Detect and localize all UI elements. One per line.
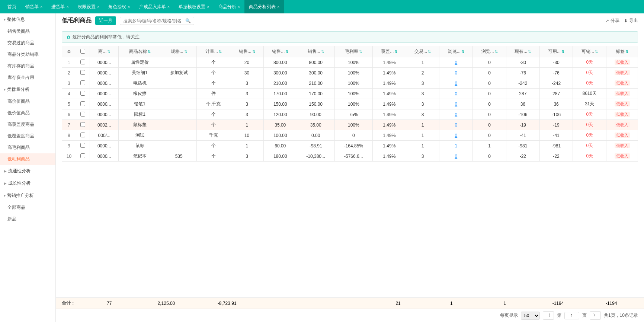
sidebar-item-high-value[interactable]: 高价值商品 [0, 96, 55, 107]
nav-close-permissions[interactable]: × [97, 4, 99, 9]
cell-view1[interactable]: 0 [439, 78, 473, 89]
col-code[interactable]: 商...⇅ [90, 46, 119, 57]
nav-home[interactable]: 首页 [3, 0, 21, 13]
time-filter-button[interactable]: 近一月 [95, 16, 116, 25]
col-settings[interactable]: ⚙ [62, 46, 76, 57]
cell-available: -242 [539, 78, 573, 89]
cell-unit: 个 [197, 57, 230, 68]
row-checkbox[interactable] [80, 112, 85, 117]
col-sale-profit[interactable]: 销售...⇅ [297, 46, 334, 57]
row-checkbox[interactable] [80, 122, 85, 127]
nav-product-analysis-list[interactable]: 商品分析列表 × [244, 0, 284, 13]
col-view2[interactable]: 浏览...⇅ [473, 46, 506, 57]
cell-checkbox[interactable] [76, 99, 90, 109]
nav-close-sales[interactable]: × [40, 4, 42, 9]
cell-checkbox[interactable] [76, 89, 90, 99]
cell-view1[interactable]: 0 [439, 57, 473, 68]
sidebar-group-marketing[interactable]: ▾ 营销推广分析 [0, 189, 55, 202]
nav-template-settings[interactable]: 单据模板设置 × [174, 0, 214, 13]
nav-permissions[interactable]: 权限设置 × [73, 0, 104, 13]
sidebar-item-stock-capital[interactable]: 库存资金占用 [0, 72, 55, 83]
row-checkbox[interactable] [80, 143, 85, 148]
sidebar-item-high-coverage[interactable]: 高覆盖度商品 [0, 119, 55, 130]
row-checkbox[interactable] [80, 153, 85, 158]
col-trade[interactable]: 交易...⇅ [406, 46, 439, 57]
nav-product-analysis[interactable]: 商品分析 × [214, 0, 244, 13]
nav-purchase-order[interactable]: 进货单 × [47, 0, 73, 13]
footer-trade: 21 [387, 301, 409, 306]
cell-view1[interactable]: 0 [439, 109, 473, 120]
cell-checkbox[interactable] [76, 78, 90, 89]
cell-checkbox[interactable] [76, 68, 90, 78]
next-page-button[interactable]: 〉 [590, 311, 601, 320]
sidebar-item-in-stock[interactable]: 有库存的商品 [0, 60, 55, 72]
col-view1[interactable]: 浏览...⇅ [439, 46, 473, 57]
sidebar-group-cluster[interactable]: ▾ 类群量分析 [0, 83, 55, 96]
col-checkbox[interactable] [76, 46, 90, 57]
sidebar-item-low-coverage[interactable]: 低覆盖度商品 [0, 130, 55, 142]
sidebar-item-sales-products[interactable]: 销售类商品 [0, 26, 55, 37]
col-sale-amount[interactable]: 销售...⇅ [263, 46, 297, 57]
share-button[interactable]: ↗ 分享 [605, 17, 619, 24]
nav-close-role[interactable]: × [128, 4, 130, 9]
cell-sale-profit: 35.00 [297, 120, 334, 130]
col-spec[interactable]: 规格...⇅ [161, 46, 197, 57]
cell-checkbox[interactable] [76, 141, 90, 151]
sidebar-item-low-margin[interactable]: 低毛利商品 [0, 153, 55, 165]
sidebar-item-all-products[interactable]: 全部商品 [0, 202, 55, 213]
cell-view1[interactable]: 0 [439, 68, 473, 78]
page-size-select[interactable]: 50 100 200 [521, 312, 540, 320]
col-unit[interactable]: 计量...⇅ [197, 46, 230, 57]
sidebar-item-new-products[interactable]: 新品 [0, 213, 55, 225]
nav-close-product[interactable]: × [167, 4, 170, 9]
notice-banner: ✿ 这部分商品的利润非常低，请关注 [62, 31, 638, 43]
cell-view1[interactable]: 0 [439, 89, 473, 99]
cell-checkbox[interactable] [76, 151, 90, 162]
cell-view1[interactable]: 0 [439, 99, 473, 109]
prev-page-button[interactable]: 〈 [543, 311, 554, 320]
tag-label: 低收入 [615, 112, 630, 117]
row-checkbox[interactable] [80, 101, 85, 106]
search-input[interactable] [123, 18, 183, 23]
row-checkbox[interactable] [80, 60, 85, 64]
sidebar-item-high-margin[interactable]: 高毛利商品 [0, 142, 55, 153]
nav-close-analysis-list[interactable]: × [277, 4, 279, 9]
tag-label: 低收入 [615, 153, 630, 159]
cell-checkbox[interactable] [76, 120, 90, 130]
cell-checkbox[interactable] [76, 130, 90, 141]
page-number-input[interactable] [564, 312, 579, 319]
cell-view1[interactable]: 0 [439, 151, 473, 162]
row-checkbox[interactable] [80, 70, 85, 75]
col-available[interactable]: 可用...⇅ [539, 46, 573, 57]
search-icon[interactable]: 🔍 [185, 18, 191, 23]
sidebar-group-overview[interactable]: ▾ 整体信息 [0, 13, 55, 26]
nav-close-template[interactable]: × [207, 4, 209, 9]
col-sale-qty[interactable]: 销售...⇅ [230, 46, 264, 57]
col-current-stock[interactable]: 现有...⇅ [506, 46, 539, 57]
col-gross-margin[interactable]: 毛利率⇅ [334, 46, 372, 57]
select-all-checkbox[interactable] [80, 49, 85, 54]
sidebar-group-circulation[interactable]: ▶ 流通性分析 [0, 165, 55, 177]
cell-view1[interactable]: 0 [439, 120, 473, 130]
sidebar-item-low-value[interactable]: 低价值商品 [0, 107, 55, 119]
col-tag[interactable]: 标签⇅ [606, 46, 638, 57]
sidebar-item-category-assist[interactable]: 商品分类助销率 [0, 49, 55, 60]
col-coverage[interactable]: 覆盖...⇅ [372, 46, 406, 57]
col-saleable[interactable]: 可销...⇅ [573, 46, 606, 57]
nav-close-purchase[interactable]: × [66, 4, 68, 9]
row-checkbox[interactable] [80, 80, 85, 85]
row-checkbox[interactable] [80, 91, 85, 96]
cell-view1[interactable]: 0 [439, 130, 473, 141]
nav-close-analysis[interactable]: × [238, 4, 240, 9]
nav-product-entry[interactable]: 产成品入库单 × [135, 0, 174, 13]
col-name[interactable]: 商品名称⇅ [119, 46, 161, 57]
cell-view1[interactable]: 1 [439, 141, 473, 151]
nav-sales-order[interactable]: 销货单 × [21, 0, 47, 13]
cell-checkbox[interactable] [76, 109, 90, 120]
nav-role-auth[interactable]: 角色授权 × [104, 0, 134, 13]
row-checkbox[interactable] [80, 133, 85, 137]
cell-checkbox[interactable] [76, 57, 90, 68]
sidebar-group-growth[interactable]: ▶ 成长性分析 [0, 177, 55, 189]
sidebar-item-traded-products[interactable]: 交易过的商品 [0, 37, 55, 49]
export-button[interactable]: ⬇ 导出 [624, 17, 638, 24]
